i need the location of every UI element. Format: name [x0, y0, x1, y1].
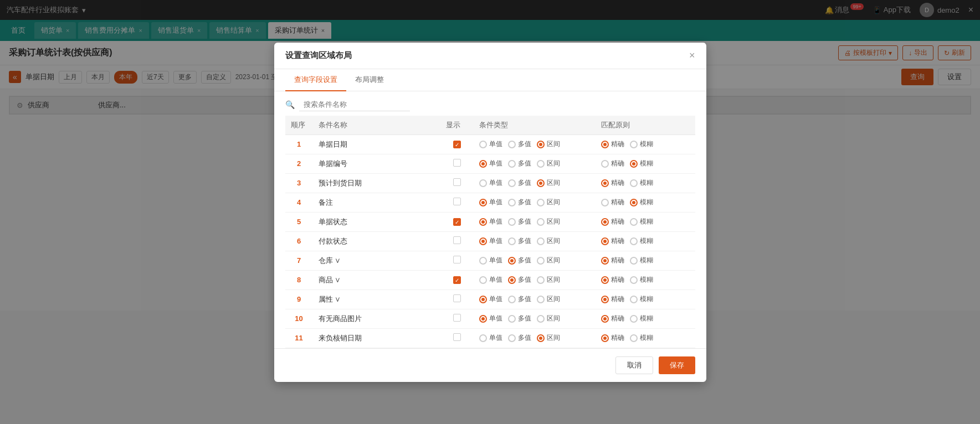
- radio-label: 模糊: [640, 159, 653, 168]
- type-radio-option[interactable]: 多值: [508, 256, 531, 265]
- display-checkbox[interactable]: ✓: [453, 276, 461, 284]
- type-radio-option[interactable]: 区间: [537, 275, 560, 285]
- display-checkbox[interactable]: [453, 294, 461, 302]
- radio-label: 单值: [489, 217, 502, 226]
- display-checkbox[interactable]: ✓: [453, 218, 461, 226]
- type-radio-option[interactable]: 多值: [508, 275, 531, 285]
- type-radio-option[interactable]: 多值: [508, 294, 531, 304]
- table-row: 5单据状态✓单值多值区间精确模糊: [285, 212, 695, 231]
- radio-circle: [508, 257, 516, 265]
- display-checkbox[interactable]: [453, 159, 461, 167]
- radio-label: 区间: [547, 236, 560, 246]
- match-radio-option[interactable]: 精确: [601, 198, 624, 207]
- match-radio-option[interactable]: 模糊: [630, 198, 653, 207]
- radio-circle: [630, 199, 638, 206]
- display-checkbox[interactable]: [453, 178, 461, 186]
- type-radio-option[interactable]: 单值: [479, 198, 502, 207]
- display-checkbox[interactable]: ✓: [453, 141, 461, 148]
- cell-match: 精确模糊: [596, 212, 695, 231]
- match-radio-option[interactable]: 精确: [601, 139, 624, 149]
- radio-label: 模糊: [640, 294, 653, 304]
- cell-match: 精确模糊: [596, 135, 695, 154]
- match-radio-option[interactable]: 模糊: [630, 275, 653, 285]
- radio-label: 单值: [489, 178, 502, 188]
- type-radio-option[interactable]: 多值: [508, 198, 531, 207]
- type-radio-option[interactable]: 多值: [508, 139, 531, 149]
- display-checkbox[interactable]: [453, 236, 461, 244]
- match-radio-option[interactable]: 精确: [601, 217, 624, 226]
- type-radio-option[interactable]: 单值: [479, 236, 502, 246]
- match-radio-option[interactable]: 模糊: [630, 236, 653, 246]
- search-input[interactable]: [299, 98, 410, 111]
- cell-display[interactable]: [440, 154, 474, 173]
- cell-match: 精确模糊: [596, 251, 695, 270]
- radio-label: 单值: [489, 294, 502, 304]
- type-radio-option[interactable]: 多值: [508, 236, 531, 246]
- type-radio-option[interactable]: 单值: [479, 178, 502, 188]
- match-radio-option[interactable]: 模糊: [630, 217, 653, 226]
- match-radio-option[interactable]: 模糊: [630, 294, 653, 304]
- match-radio-option[interactable]: 精确: [601, 159, 624, 168]
- type-radio-option[interactable]: 多值: [508, 178, 531, 188]
- cell-name: 单据状态: [313, 212, 440, 231]
- radio-circle: [601, 199, 609, 206]
- cell-order: 5: [285, 212, 313, 231]
- type-radio-option[interactable]: 单值: [479, 275, 502, 285]
- match-radio-option[interactable]: 模糊: [630, 139, 653, 149]
- radio-circle: [601, 141, 609, 148]
- search-icon: 🔍: [285, 100, 295, 109]
- modal-table-wrap: 顺序 条件名称 显示 条件类型 匹配原则 1单据日期✓单值多值区间精确模糊2单据…: [274, 116, 706, 311]
- radio-label: 单值: [489, 159, 502, 168]
- cell-display[interactable]: ✓: [440, 270, 474, 289]
- type-radio-option[interactable]: 多值: [508, 217, 531, 226]
- cell-display[interactable]: ✓: [440, 135, 474, 154]
- type-radio-option[interactable]: 区间: [537, 159, 560, 168]
- radio-label: 区间: [547, 256, 560, 265]
- match-radio-option[interactable]: 精确: [601, 294, 624, 304]
- type-radio-option[interactable]: 单值: [479, 217, 502, 226]
- type-radio-option[interactable]: 区间: [537, 217, 560, 226]
- match-radio-option[interactable]: 模糊: [630, 178, 653, 188]
- type-radio-option[interactable]: 单值: [479, 256, 502, 265]
- cell-name: 属性 ∨: [313, 289, 440, 309]
- match-radio-option[interactable]: 精确: [601, 178, 624, 188]
- modal-tab-query-fields[interactable]: 查询字段设置: [285, 69, 346, 91]
- cell-display[interactable]: [440, 251, 474, 270]
- cell-order: 8: [285, 270, 313, 289]
- type-radio-option[interactable]: 单值: [479, 159, 502, 168]
- type-radio-option[interactable]: 多值: [508, 159, 531, 168]
- radio-circle: [508, 141, 516, 148]
- cell-type: 单值多值区间: [474, 251, 596, 270]
- type-radio-option[interactable]: 区间: [537, 139, 560, 149]
- modal-tab-layout-adjust[interactable]: 布局调整: [346, 69, 393, 91]
- modal-close-button[interactable]: ×: [689, 50, 695, 60]
- cell-display[interactable]: [440, 231, 474, 251]
- type-radio-option[interactable]: 单值: [479, 294, 502, 304]
- match-radio-option[interactable]: 精确: [601, 275, 624, 285]
- type-radio-option[interactable]: 区间: [537, 236, 560, 246]
- match-radio-option[interactable]: 精确: [601, 256, 624, 265]
- table-row: 10有无商品图片单值多值区间精确模糊: [285, 309, 695, 311]
- type-radio-option[interactable]: 单值: [479, 139, 502, 149]
- cell-display[interactable]: ✓: [440, 212, 474, 231]
- cell-order: 3: [285, 173, 313, 193]
- display-checkbox[interactable]: [453, 256, 461, 263]
- radio-label: 多值: [518, 236, 531, 246]
- cell-match: 精确模糊: [596, 289, 695, 309]
- radio-label: 模糊: [640, 198, 653, 207]
- cell-display[interactable]: [440, 193, 474, 212]
- match-radio-option[interactable]: 精确: [601, 236, 624, 246]
- cell-type: 单值多值区间: [474, 193, 596, 212]
- radio-label: 单值: [489, 198, 502, 207]
- type-radio-option[interactable]: 区间: [537, 178, 560, 188]
- cell-display[interactable]: [440, 309, 474, 311]
- cell-order: 2: [285, 154, 313, 173]
- type-radio-option[interactable]: 区间: [537, 198, 560, 207]
- cell-display[interactable]: [440, 289, 474, 309]
- match-radio-option[interactable]: 模糊: [630, 256, 653, 265]
- cell-display[interactable]: [440, 173, 474, 193]
- match-radio-option[interactable]: 模糊: [630, 159, 653, 168]
- type-radio-option[interactable]: 区间: [537, 294, 560, 304]
- type-radio-option[interactable]: 区间: [537, 256, 560, 265]
- display-checkbox[interactable]: [453, 198, 461, 205]
